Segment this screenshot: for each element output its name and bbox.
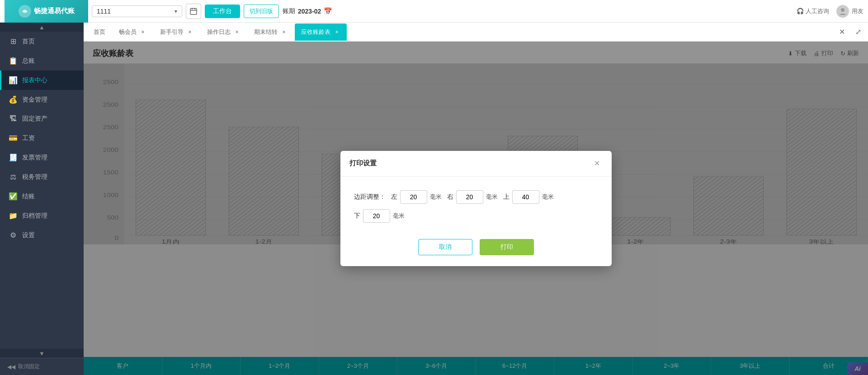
tab-close-icon[interactable]: × <box>186 28 193 36</box>
tab-member[interactable]: 畅会员 × <box>113 23 153 41</box>
unpin-button[interactable]: ◀◀ 取消固定 <box>0 358 84 375</box>
tab-period-closing[interactable]: 期末结转 × <box>248 23 294 41</box>
tab-operation-log[interactable]: 操作日志 × <box>201 23 247 41</box>
settings-icon: ⚙ <box>9 231 18 239</box>
margin-right-label: 右 <box>447 193 453 201</box>
logo: 畅捷通易代账 <box>5 0 88 23</box>
margin-top-input[interactable] <box>512 190 539 204</box>
user-name: 用友 <box>852 7 863 15</box>
sidebar-item-fixed-assets[interactable]: 🏗 固定资产 <box>0 109 84 128</box>
sidebar-scroll: ⊞ 首页 📋 总账 📊 报表中心 💰 资金管理 🏗 固定资产 <box>0 32 84 349</box>
reports-icon: 📊 <box>9 76 18 84</box>
modal-body: 边距调整： 左 毫米 右 毫米 <box>340 177 612 232</box>
svg-rect-0 <box>190 9 197 14</box>
company-selector[interactable]: 1111 ▾ <box>92 5 182 17</box>
switch-version-button[interactable]: 切到旧版 <box>244 5 279 18</box>
period-value: 2023-02 <box>298 8 321 15</box>
cancel-button[interactable]: 取消 <box>418 239 472 255</box>
svg-point-4 <box>841 8 844 12</box>
tab-label: 首页 <box>94 28 105 36</box>
calendar-icon[interactable] <box>186 4 201 19</box>
logo-text: 畅捷通易代账 <box>34 7 75 15</box>
scroll-down-button[interactable]: ▼ <box>0 349 84 358</box>
tab-close-icon[interactable]: × <box>139 28 146 36</box>
tab-label: 期末结转 <box>254 28 278 36</box>
scroll-up-button[interactable]: ▲ <box>0 23 84 32</box>
sidebar-item-label: 税务管理 <box>22 173 47 181</box>
margin-top-group: 上 毫米 <box>503 190 554 204</box>
fixed-assets-icon: 🏗 <box>9 115 18 123</box>
company-name: 1111 <box>97 8 173 15</box>
sidebar-item-archive[interactable]: 📁 归档管理 <box>0 206 84 225</box>
payroll-icon: 💳 <box>9 134 18 142</box>
tab-ar-aging[interactable]: 应收账龄表 × <box>295 23 347 41</box>
margin-bottom-input[interactable] <box>363 209 390 223</box>
sidebar-item-label: 报表中心 <box>22 76 47 84</box>
funds-icon: 💰 <box>9 95 18 104</box>
confirm-print-button[interactable]: 打印 <box>480 239 534 255</box>
sidebar-item-home[interactable]: ⊞ 首页 <box>0 32 84 51</box>
sidebar-item-general-ledger[interactable]: 📋 总账 <box>0 51 84 70</box>
ledger-icon: 📋 <box>9 56 18 65</box>
sidebar-item-invoice[interactable]: 🧾 发票管理 <box>0 148 84 167</box>
right-actions: 🎧 人工咨询 用友 <box>797 5 863 18</box>
tab-close-icon[interactable]: × <box>333 28 340 36</box>
margin-left-label: 左 <box>391 193 397 201</box>
tabs-right-actions: ✕ ⤢ <box>835 26 864 38</box>
sidebar-item-label: 资金管理 <box>22 96 47 104</box>
print-settings-modal: 打印设置 ✕ 边距调整： 左 毫米 <box>340 151 612 266</box>
sidebar-item-settings[interactable]: ⚙ 设置 <box>0 225 84 245</box>
modal-close-button[interactable]: ✕ <box>592 158 603 169</box>
tab-home[interactable]: 首页 <box>87 23 112 41</box>
sidebar-item-label: 工资 <box>22 134 35 142</box>
avatar <box>836 5 849 18</box>
sidebar-item-label: 发票管理 <box>22 154 47 162</box>
modal-title: 打印设置 <box>349 159 377 168</box>
workbench-button[interactable]: 工作台 <box>205 5 240 18</box>
unpin-label: 取消固定 <box>18 363 40 370</box>
main-layout: ▲ ⊞ 首页 📋 总账 📊 报表中心 💰 资金管理 <box>0 23 868 375</box>
tab-label: 应收账龄表 <box>301 28 330 36</box>
archive-icon: 📁 <box>9 211 18 220</box>
calendar-period-icon[interactable]: 📅 <box>324 7 332 15</box>
margin-bottom-unit: 毫米 <box>393 212 405 220</box>
sidebar-item-funds[interactable]: 💰 资金管理 <box>0 90 84 109</box>
sidebar-item-reports[interactable]: 📊 报表中心 <box>0 70 84 90</box>
tab-label: 操作日志 <box>207 28 231 36</box>
consult-button[interactable]: 🎧 人工咨询 <box>797 7 829 15</box>
page-content: 应收账龄表 ⬇ 下载 🖨 打印 ↻ 刷新 <box>84 42 868 375</box>
margin-top-unit: 毫米 <box>542 193 554 201</box>
headset-icon: 🎧 <box>797 8 804 14</box>
maximize-tab-button[interactable]: ⤢ <box>852 26 864 38</box>
sidebar-item-tax[interactable]: ⚖ 税务管理 <box>0 167 84 187</box>
modal-header: 打印设置 ✕ <box>340 151 612 177</box>
home-icon: ⊞ <box>9 37 18 46</box>
margin-right-input[interactable] <box>456 190 483 204</box>
margin-bottom-group: 下 毫米 <box>354 209 405 223</box>
chevron-down-icon: ▾ <box>175 8 177 14</box>
margin-label: 边距调整： <box>354 193 386 201</box>
sidebar-item-label: 总账 <box>22 57 35 65</box>
sidebar-item-label: 固定资产 <box>22 115 47 123</box>
tab-guide[interactable]: 新手引导 × <box>154 23 200 41</box>
period-label: 账期 <box>283 7 295 15</box>
sidebar-item-label: 归档管理 <box>22 212 47 220</box>
sidebar-item-label: 设置 <box>22 231 35 239</box>
tabs-bar: 首页 畅会员 × 新手引导 × 操作日志 × 期末结转 × <box>84 23 868 42</box>
margin-right-group: 右 毫米 <box>447 190 498 204</box>
margin-top-label: 上 <box>503 193 509 201</box>
sidebar-item-checkout[interactable]: ✅ 结账 <box>0 187 84 206</box>
tax-icon: ⚖ <box>9 173 18 181</box>
sidebar: ▲ ⊞ 首页 📋 总账 📊 报表中心 💰 资金管理 <box>0 23 84 375</box>
content-area: 首页 畅会员 × 新手引导 × 操作日志 × 期末结转 × <box>84 23 868 375</box>
modal-overlay: 打印设置 ✕ 边距调整： 左 毫米 <box>84 42 868 375</box>
consult-label: 人工咨询 <box>806 7 829 15</box>
tab-close-icon[interactable]: × <box>280 28 288 36</box>
close-tab-button[interactable]: ✕ <box>835 26 848 38</box>
tab-close-icon[interactable]: × <box>233 28 241 36</box>
margin-left-input[interactable] <box>400 190 427 204</box>
user-area[interactable]: 用友 <box>836 5 863 18</box>
modal-footer: 取消 打印 <box>340 232 612 266</box>
sidebar-item-payroll[interactable]: 💳 工资 <box>0 128 84 148</box>
period-area: 账期 2023-02 📅 <box>283 7 332 15</box>
